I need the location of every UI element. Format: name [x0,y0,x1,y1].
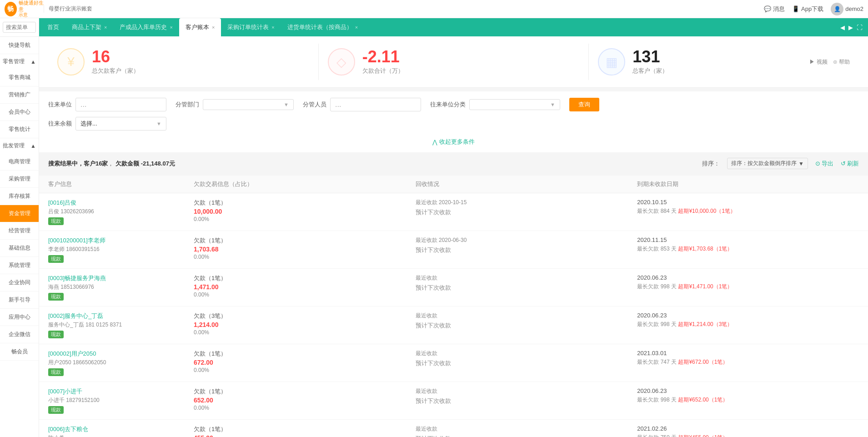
due-date-0: 2020.10.15 [637,199,859,206]
debt-info-4: 欠款（1笔） 672.00 0.00% [194,350,416,373]
customer-name-1[interactable]: [00010200001]李老师 [48,236,194,245]
overdue-link-2[interactable]: 超期¥1,471.00（1笔） [678,283,733,290]
tab-close-product-history[interactable]: × [170,25,172,30]
dept-select[interactable]: ▼ [203,99,294,110]
unit-cat-arrow: ▼ [550,102,555,107]
tab-close-purchase-order[interactable]: × [271,25,274,30]
tab-close-goods-status[interactable]: × [104,25,107,30]
next-payment-3: 预计下次收款 [416,321,637,330]
filter-from-unit: 往来单位 ... [48,98,166,111]
sidebar-item-basic[interactable]: 基础信息 [0,240,39,257]
sidebar-item-retail-stats[interactable]: 零售统计 [0,121,39,138]
export-btn[interactable]: ⊙ 导出 [815,160,833,168]
tab-purchase-order[interactable]: 采购订单统计表 × [221,18,281,36]
overdue-link-3[interactable]: 超期¥1,214.00（3笔） [678,321,733,327]
debt-info-0: 欠款（1笔） 10,000.00 0.00% [194,199,416,222]
filter-balance: 往来余额 选择... ▼ [48,117,166,131]
customer-name-2[interactable]: [0003]畅捷服务尹海燕 [48,274,194,282]
overdue-link-1[interactable]: 超期¥1,703.68（1笔） [678,246,733,252]
manager-input[interactable]: ... [330,98,421,111]
system-name: 母婴行业演示账套 [44,5,97,13]
tab-product-history[interactable]: 产成品入库单历史 × [113,18,179,36]
debt-info-5: 欠款（1笔） 652.00 0.00% [194,387,416,411]
tab-prev-icon[interactable]: ◀ [840,24,845,31]
sidebar-item-member-plus[interactable]: 畅会员 [0,343,39,361]
unit-category-label: 往来单位分类 [430,100,466,109]
sidebar-item-guide[interactable]: 新手引导 [0,291,39,309]
top-right-bar: 💬 消息 📱 App下载 👤 demo2 [764,3,863,15]
debt-count-6: 欠款（1笔） [194,425,416,433]
tab-close-purchase-stats[interactable]: × [355,25,358,30]
filter-dept: 分管部门 ▼ [176,99,294,110]
tab-purchase-stats[interactable]: 进货单统计表（按商品） × [281,18,364,36]
sidebar-item-ecommerce[interactable]: 电商管理 [0,153,39,171]
sidebar-item-system[interactable]: 系统管理 [0,257,39,274]
search-input[interactable] [3,22,36,33]
sidebar-item-enterprise[interactable]: 企业协同 [0,274,39,291]
sidebar-item-retail-mgmt[interactable]: 零售管理 ▲ [0,54,39,69]
stat-icon-yuan: ¥ [57,48,85,75]
customer-name-3[interactable]: [0002]服务中心_丁磊 [48,312,194,320]
stat-top-right: ▶ 视频 ⊙ 帮助 [809,58,850,66]
tab-close-customer-account[interactable]: × [212,25,215,30]
due-info-2: 2020.06.23 最长欠款 998 天 超期¥1,471.00（1笔） [637,274,859,291]
stat-debt-customers-label: 总欠款客户（家） [92,67,139,75]
overdue-days-2: 最长欠款 998 天 超期¥1,471.00（1笔） [637,283,859,291]
sidebar: 快捷导航 零售管理 ▲ 零售商城 营销推广 会员中心 零售统计 批发管理 ▲ 电… [0,18,39,437]
filter-row-2: 往来余额 选择... ▼ [48,117,859,131]
app-download-btn[interactable]: 📱 App下载 [792,5,823,13]
debt-amount-3: 1,214.00 [194,321,416,328]
sidebar-item-operations[interactable]: 经营管理 [0,222,39,240]
balance-select[interactable]: 选择... ▼ [75,117,166,131]
stat-card-3-info: 131 总客户（家） [632,49,802,75]
tab-expand-icon[interactable]: ⛶ [857,24,863,31]
overdue-link-6[interactable]: 超期¥455.90（1笔） [678,434,728,437]
col-header-due: 到期未收款日期 [637,180,859,188]
last-payment-6: 最近收款 [416,425,637,433]
customer-tag-0: 现款 [48,217,64,225]
sidebar-item-marketing[interactable]: 营销推广 [0,86,39,104]
tab-customer-account[interactable]: 客户账本 × [179,18,221,36]
unit-category-select[interactable]: ▼ [469,99,560,110]
overdue-link-5[interactable]: 超期¥652.00（1笔） [678,397,728,403]
last-payment-3: 最近收款 [416,312,637,320]
stat-total-customers-label: 总客户（家） [632,67,802,75]
sidebar-item-app-center[interactable]: 应用中心 [0,309,39,326]
overdue-link-0[interactable]: 超期¥10,000.00（1笔） [678,208,736,214]
next-payment-2: 预计下次收款 [416,284,637,292]
customer-name-6[interactable]: [0006]去下粮仓 [48,425,194,433]
tab-goods-status[interactable]: 商品上下架 × [65,18,113,36]
customer-tag-2: 现款 [48,293,64,301]
refresh-btn[interactable]: ↺ 刷新 [841,160,859,168]
sidebar-item-capital[interactable]: 资金管理 [0,205,39,222]
customer-name-5[interactable]: [0007]小进千 [48,387,194,396]
user-avatar-btn[interactable]: 👤 demo2 [831,3,863,15]
overdue-days-0: 最长欠款 884 天 超期¥10,000.00（1笔） [637,207,859,215]
tab-home[interactable]: 首页 [41,18,65,36]
sidebar-item-wechat[interactable]: 企业微信 [0,326,39,343]
overdue-link-4[interactable]: 超期¥672.00（1笔） [678,359,728,365]
due-date-6: 2021.02.26 [637,425,859,432]
results-summary: 搜索结果中，客户16家， 欠款金额 -21,148.07元 [48,160,175,168]
collapse-filters-btn[interactable]: ⋀ 收起更多条件 [48,136,859,148]
sidebar-item-quick-nav[interactable]: 快捷导航 [0,37,39,54]
video-btn[interactable]: ▶ 视频 [809,58,827,66]
sidebar-item-retail-mall[interactable]: 零售商城 [0,69,39,86]
sidebar-item-purchase[interactable]: 采购管理 [0,171,39,188]
messages-btn[interactable]: 💬 消息 [764,5,785,13]
sort-select[interactable]: 排序：按欠款金额倒序排序 ▼ [727,158,808,169]
dept-label: 分管部门 [176,100,199,109]
from-unit-input[interactable]: ... [75,98,166,111]
customer-name-4[interactable]: [000002]用户2050 [48,350,194,358]
due-info-5: 2020.06.23 最长欠款 998 天 超期¥652.00（1笔） [637,387,859,404]
tab-next-icon[interactable]: ▶ [848,24,853,31]
sidebar-item-inventory[interactable]: 库存核算 [0,188,39,205]
customer-info-0: [0016]吕俊 吕俊 13026203696 现款 [48,199,194,225]
customer-name-0[interactable]: [0016]吕俊 [48,199,194,207]
table-row: [00010200001]李老师 李老师 18600391516 现款 欠款（1… [39,231,868,269]
sidebar-item-batch-mgmt[interactable]: 批发管理 ▲ [0,138,39,153]
help-btn[interactable]: ⊙ 帮助 [833,58,850,66]
sidebar-item-member[interactable]: 会员中心 [0,104,39,121]
due-date-3: 2020.06.23 [637,312,859,319]
query-button[interactable]: 查询 [569,98,599,111]
